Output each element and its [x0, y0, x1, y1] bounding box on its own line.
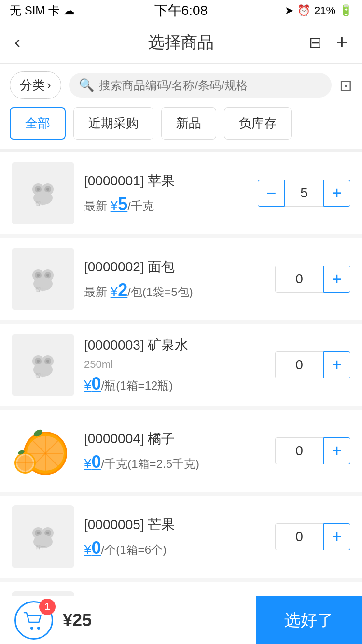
product-name: [0000002] 面包 [84, 258, 265, 276]
svg-text:智十: 智十 [35, 372, 46, 378]
list-item: [0000004] 橘子 ¥0/千克(1箱=2.5千克) + [0, 410, 362, 492]
quantity-input[interactable] [275, 437, 323, 464]
back-button[interactable]: ‹ [14, 32, 20, 53]
product-image: 智十 [12, 162, 74, 224]
battery-icon: 🔋 [339, 4, 352, 17]
quantity-control: + [275, 266, 350, 293]
sim-status: 无 SIM 卡 ☁ [10, 3, 75, 18]
svg-text:智十: 智十 [35, 286, 46, 292]
owl-placeholder-icon: 智十 [24, 265, 62, 294]
search-bar: 分类 › 🔍 ⊡ [0, 64, 362, 107]
list-item: 智十 [0000001] 苹果 最新 ¥5/千克 − + [0, 152, 362, 234]
svg-point-62 [30, 627, 33, 630]
quantity-input[interactable] [275, 266, 323, 293]
search-input-wrap: 🔍 [69, 73, 332, 98]
cart-button[interactable]: 1 [14, 601, 53, 640]
product-info: [0000005] 芒果 ¥0/个(1箱=6个) [84, 516, 265, 558]
product-name: [0000004] 橘子 [84, 430, 265, 448]
svg-text:智十: 智十 [35, 200, 46, 206]
status-bar: 无 SIM 卡 ☁ 下午6:08 ➤ ⏰ 21% 🔋 [0, 0, 362, 21]
svg-point-20 [37, 360, 40, 363]
quantity-input[interactable] [285, 180, 323, 207]
svg-point-42 [37, 532, 40, 534]
page-title: 选择商品 [148, 31, 214, 54]
quantity-control: + [275, 351, 350, 378]
footer: 1 ¥25 选好了 [0, 596, 362, 644]
cart-icon [23, 611, 44, 630]
search-input[interactable] [99, 79, 322, 92]
cart-section: 1 ¥25 [0, 601, 256, 640]
owl-placeholder-icon: 智十 [24, 522, 62, 551]
product-spec: 250ml [84, 358, 265, 371]
search-icon: 🔍 [79, 78, 94, 93]
status-left: 无 SIM 卡 ☁ [10, 3, 75, 18]
product-price: ¥0/瓶(1箱=12瓶) [84, 374, 265, 394]
product-price: 最新 ¥2/包(1袋=5包) [84, 280, 265, 300]
tab-recent[interactable]: 近期采购 [73, 107, 153, 140]
product-image [12, 420, 74, 482]
list-item: 智十 [0000002] 面包 最新 ¥2/包(1袋=5包) + [0, 238, 362, 320]
product-name: [0000005] 芒果 [84, 516, 265, 534]
owl-placeholder-icon: 智十 [24, 179, 62, 208]
svg-point-63 [37, 627, 40, 630]
svg-point-21 [46, 360, 49, 363]
product-image: 智十 [12, 334, 74, 396]
svg-point-5 [46, 188, 49, 191]
category-chevron: › [47, 78, 51, 93]
quantity-control: − + [258, 180, 350, 207]
category-button[interactable]: 分类 › [10, 71, 61, 99]
filter-tabs: 全部 近期采购 新品 负库存 [0, 107, 362, 152]
decrement-button[interactable]: − [258, 180, 285, 207]
product-name: [0000001] 苹果 [84, 172, 248, 190]
header-actions: ⊟ + [309, 31, 348, 53]
increment-button[interactable]: + [323, 180, 350, 207]
quantity-input[interactable] [275, 523, 323, 550]
list-item: 智十 [0000005] 芒果 ¥0/个(1箱=6个) + [0, 496, 362, 578]
owl-placeholder-icon: 智十 [24, 350, 62, 379]
battery-status: 21% [314, 4, 335, 17]
increment-button[interactable]: + [323, 523, 350, 550]
status-right: ➤ ⏰ 21% 🔋 [285, 4, 352, 17]
product-info: [0000003] 矿泉水 250ml ¥0/瓶(1箱=12瓶) [84, 336, 265, 394]
increment-button[interactable]: + [323, 266, 350, 293]
increment-button[interactable]: + [323, 437, 350, 464]
add-icon[interactable]: + [336, 31, 348, 53]
svg-point-4 [37, 188, 40, 191]
product-info: [0000001] 苹果 最新 ¥5/千克 [84, 172, 248, 214]
cart-badge: 1 [39, 599, 56, 615]
status-time: 下午6:08 [154, 1, 208, 20]
scan-icon[interactable]: ⊡ [339, 76, 352, 95]
confirm-button[interactable]: 选好了 [256, 596, 362, 644]
quantity-control: + [275, 523, 350, 550]
increment-button[interactable]: + [323, 351, 350, 378]
svg-point-13 [46, 274, 49, 277]
cart-total: ¥25 [63, 610, 92, 630]
product-price: ¥0/个(1箱=6个) [84, 538, 265, 558]
orange-image [12, 420, 74, 482]
svg-text:智十: 智十 [35, 544, 46, 550]
tab-all[interactable]: 全部 [10, 107, 66, 140]
product-name: [0000003] 矿泉水 [84, 336, 265, 354]
tab-negative[interactable]: 负库存 [224, 107, 292, 140]
category-label: 分类 [20, 77, 45, 94]
quantity-control: + [275, 437, 350, 464]
header: ‹ 选择商品 ⊟ + [0, 21, 362, 64]
svg-point-12 [37, 274, 40, 277]
location-icon: ➤ [285, 4, 293, 17]
svg-point-43 [46, 532, 49, 534]
product-image: 智十 [12, 505, 74, 568]
list-item: 智十 [0000003] 矿泉水 250ml ¥0/瓶(1箱=12瓶) + [0, 324, 362, 406]
alarm-icon: ⏰ [297, 4, 310, 17]
product-info: [0000002] 面包 最新 ¥2/包(1袋=5包) [84, 258, 265, 300]
product-info: [0000004] 橘子 ¥0/千克(1箱=2.5千克) [84, 430, 265, 472]
product-price: ¥0/千克(1箱=2.5千克) [84, 452, 265, 472]
product-image: 智十 [12, 248, 74, 310]
product-price: 最新 ¥5/千克 [84, 194, 248, 214]
quantity-input[interactable] [275, 351, 323, 378]
filter-icon[interactable]: ⊟ [309, 33, 322, 52]
product-list: 智十 [0000001] 苹果 最新 ¥5/千克 − + [0, 152, 362, 644]
tab-new[interactable]: 新品 [161, 107, 216, 140]
